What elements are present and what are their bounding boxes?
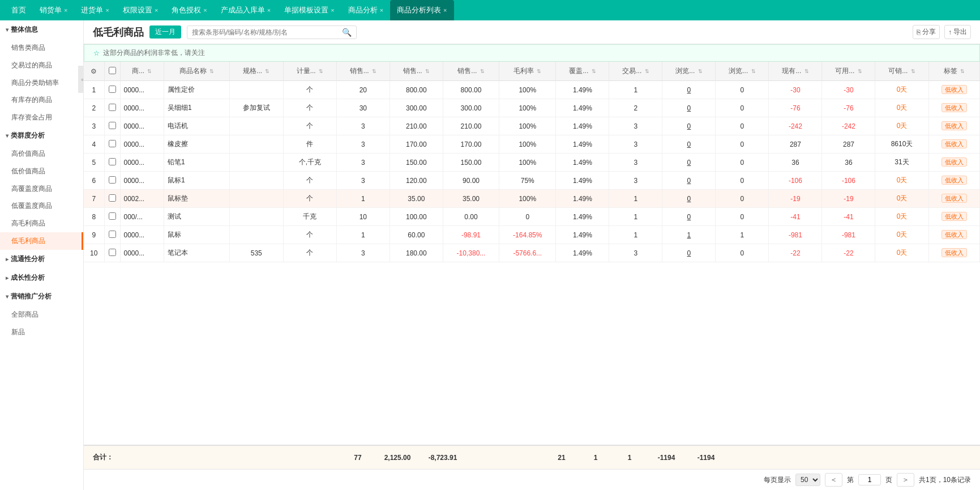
col-view1[interactable]: 浏览... ⇅ <box>662 62 716 81</box>
cell-checkbox[interactable] <box>104 172 120 190</box>
close-icon[interactable]: × <box>443 7 447 14</box>
close-icon[interactable]: × <box>105 7 109 14</box>
cell-sales-price: 300.00 <box>390 99 443 117</box>
time-filter-button[interactable]: 近一月 <box>149 25 181 39</box>
row-checkbox[interactable] <box>109 249 116 256</box>
prev-page-button[interactable]: ＜ <box>825 473 842 487</box>
cell-checkbox[interactable] <box>104 190 120 208</box>
col-coverage[interactable]: 覆盖... ⇅ <box>556 62 609 81</box>
cell-view1[interactable]: 0 <box>662 99 716 117</box>
sidebar-group-header-marketing[interactable]: ▾ 营销推广分析 <box>0 287 83 306</box>
row-checkbox[interactable] <box>109 104 116 111</box>
nav-sales-order[interactable]: 销货单 × <box>33 0 74 20</box>
cell-view1[interactable]: 0 <box>662 172 716 190</box>
per-page-select[interactable]: 50 <box>795 474 820 486</box>
page-number-input[interactable] <box>858 474 881 485</box>
sidebar-group-header-general[interactable]: ▾ 整体信息 <box>0 20 83 39</box>
sidebar-item-in-stock[interactable]: 有库存的商品 <box>0 91 83 109</box>
cell-checkbox[interactable] <box>104 81 120 99</box>
row-checkbox[interactable] <box>109 86 116 93</box>
sidebar-group-header-growth[interactable]: ▸ 成长性分析 <box>0 269 83 287</box>
row-checkbox[interactable] <box>109 158 116 165</box>
col-sales-price[interactable]: 销售... ⇅ <box>390 62 443 81</box>
search-input[interactable] <box>192 28 342 36</box>
sidebar-item-low-value[interactable]: 低价值商品 <box>0 163 83 180</box>
close-icon[interactable]: × <box>203 7 207 14</box>
row-checkbox[interactable] <box>109 231 116 238</box>
close-icon[interactable]: × <box>267 7 271 14</box>
col-saleable[interactable]: 可销... ⇅ <box>875 62 928 81</box>
col-available[interactable]: 可用... ⇅ <box>822 62 875 81</box>
share-button[interactable]: ⎘ 分享 <box>913 25 940 39</box>
sidebar-item-all-products[interactable]: 全部商品 <box>0 306 83 323</box>
cell-checkbox[interactable] <box>104 135 120 154</box>
search-icon[interactable]: 🔍 <box>342 28 352 37</box>
col-settings[interactable]: ⚙ <box>84 62 104 81</box>
row-checkbox[interactable] <box>109 212 116 220</box>
col-spec[interactable]: 规格... ⇅ <box>229 62 283 81</box>
cell-view1[interactable]: 0 <box>662 81 716 99</box>
sidebar-item-low-coverage[interactable]: 低覆盖度商品 <box>0 197 83 215</box>
export-button[interactable]: ↑ 导出 <box>944 25 971 39</box>
nav-permissions[interactable]: 权限设置 × <box>116 0 165 20</box>
cell-unit: 个 <box>283 226 336 244</box>
close-icon[interactable]: × <box>380 7 383 14</box>
sidebar-item-stock-capital[interactable]: 库存资金占用 <box>0 109 83 126</box>
row-checkbox[interactable] <box>109 194 116 202</box>
row-checkbox[interactable] <box>109 122 116 129</box>
table-row: 2 0000... 吴细细1 参加复试 个 30 300.00 300.00 1… <box>84 99 980 117</box>
sidebar-collapse-btn[interactable]: « <box>78 66 84 93</box>
cell-view1[interactable]: 0 <box>662 190 716 208</box>
cell-view1[interactable]: 1 <box>662 226 716 244</box>
col-name[interactable]: 商品名称 ⇅ <box>164 62 229 81</box>
col-tag[interactable]: 标签 ⇅ <box>928 62 980 81</box>
col-sales-qty[interactable]: 销售... ⇅ <box>336 62 390 81</box>
select-all-checkbox[interactable] <box>109 67 116 74</box>
sidebar-item-category-sales-rate[interactable]: 商品分类助销率 <box>0 74 83 92</box>
close-icon[interactable]: × <box>155 7 158 14</box>
close-icon[interactable]: × <box>331 7 334 14</box>
sidebar-item-high-coverage[interactable]: 高覆盖度商品 <box>0 180 83 198</box>
footer-empty1 <box>129 450 149 465</box>
nav-template-settings[interactable]: 单据模板设置 × <box>277 0 341 20</box>
nav-role-auth[interactable]: 角色授权 × <box>165 0 213 20</box>
cell-checkbox[interactable] <box>104 154 120 172</box>
col-unit[interactable]: 计量... ⇅ <box>283 62 336 81</box>
cell-view1[interactable]: 0 <box>662 117 716 135</box>
cell-checkbox[interactable] <box>104 208 120 226</box>
sidebar-item-low-margin[interactable]: 低毛利商品 <box>0 232 83 250</box>
cell-view1[interactable]: 0 <box>662 244 716 262</box>
cell-view1[interactable]: 0 <box>662 208 716 226</box>
nav-product-analysis-list[interactable]: 商品分析列表 × <box>390 0 453 20</box>
cell-checkbox[interactable] <box>104 99 120 117</box>
cell-view1[interactable]: 0 <box>662 135 716 154</box>
sidebar-group-header-cluster[interactable]: ▾ 类群度分析 <box>0 126 83 145</box>
sidebar-group-header-flow[interactable]: ▸ 流通性分析 <box>0 250 83 269</box>
cell-saleable: 0天 <box>875 172 928 190</box>
sidebar-item-new-products[interactable]: 新品 <box>0 323 83 341</box>
cell-view1[interactable]: 0 <box>662 154 716 172</box>
nav-product-analysis[interactable]: 商品分析 × <box>341 0 390 20</box>
col-current[interactable]: 现有... ⇅ <box>769 62 822 81</box>
row-checkbox[interactable] <box>109 176 116 184</box>
close-icon[interactable]: × <box>64 7 67 14</box>
sidebar-item-high-margin[interactable]: 高毛利商品 <box>0 215 83 232</box>
sidebar-item-traded[interactable]: 交易过的商品 <box>0 57 83 74</box>
cell-view2: 0 <box>716 244 769 262</box>
col-checkbox[interactable] <box>104 62 120 81</box>
col-view2[interactable]: 浏览... ⇅ <box>716 62 769 81</box>
cell-checkbox[interactable] <box>104 244 120 262</box>
nav-purchase-order[interactable]: 进货单 × <box>74 0 115 20</box>
col-trade[interactable]: 交易... ⇅ <box>609 62 662 81</box>
next-page-button[interactable]: ＞ <box>897 473 914 487</box>
col-sales-amount[interactable]: 销售... ⇅ <box>443 62 499 81</box>
col-code[interactable]: 商... ⇅ <box>120 62 164 81</box>
sidebar-item-sales-category[interactable]: 销售类商品 <box>0 39 83 57</box>
cell-checkbox[interactable] <box>104 117 120 135</box>
nav-product-entry[interactable]: 产成品入库单 × <box>214 0 277 20</box>
cell-checkbox[interactable] <box>104 226 120 244</box>
nav-home[interactable]: 首页 <box>5 0 33 20</box>
row-checkbox[interactable] <box>109 140 116 147</box>
sidebar-item-high-value[interactable]: 高价值商品 <box>0 145 83 163</box>
col-gross-margin[interactable]: 毛利率 ⇅ <box>499 62 556 81</box>
